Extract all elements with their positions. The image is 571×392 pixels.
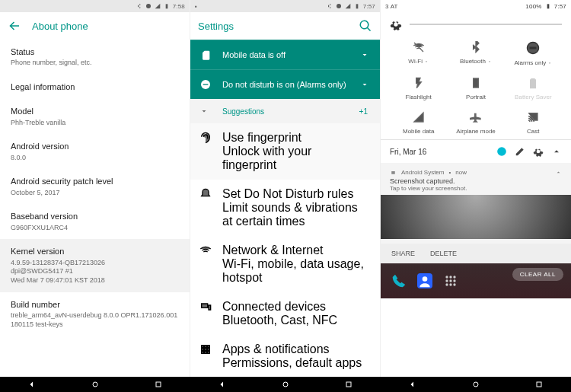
item-title: Use fingerprint [222, 131, 368, 145]
notification-card[interactable]: Android System • now Screenshot captured… [381, 163, 571, 244]
notif-subtitle: Tap to view your screenshot. [390, 185, 562, 192]
brightness-slider[interactable] [390, 18, 562, 30]
qs-tile-flashlight[interactable]: Flashlight [390, 77, 447, 100]
search-icon[interactable] [359, 19, 372, 33]
app-drawer-icon[interactable] [443, 273, 458, 288]
suggestions-label: Suggestions [222, 107, 349, 116]
bluetooth-icon [136, 3, 142, 9]
wifi-off-icon [413, 41, 425, 53]
svg-point-17 [453, 283, 455, 285]
user-icon[interactable] [496, 146, 507, 157]
qs-tile-cast[interactable]: Cast [505, 111, 562, 135]
about-item[interactable]: Baseband versionG960FXXU1ARC4 [0, 204, 190, 239]
item-title: Android version [11, 141, 179, 151]
gear-icon[interactable] [390, 18, 402, 30]
about-item[interactable]: Kernel version4.9.59-13128374-QB17213026… [0, 239, 190, 292]
item-subtitle: October 5, 2017 [11, 189, 179, 198]
settings-screen: ▪ 7:57 Settings Mobile data is off Do no… [190, 0, 381, 377]
back-nav-icon[interactable] [408, 380, 417, 389]
svg-point-7 [497, 147, 506, 156]
settings-item[interactable]: Apps & notificationsPermissions, default… [190, 335, 380, 377]
tile-label: Flashlight [406, 94, 432, 100]
about-item[interactable]: Android security patch levelOctober 5, 2… [0, 169, 190, 204]
phone-app-icon[interactable] [391, 273, 407, 288]
cast-icon [527, 111, 539, 123]
status-bar: 3 AT 100% 7:57 [381, 0, 571, 12]
tile-label: Bluetooth [460, 58, 492, 65]
qs-tile-portrait[interactable]: Portrait [447, 77, 504, 100]
tile-label: Mobile data [403, 128, 434, 135]
dnd-on-icon [526, 41, 540, 55]
suggestions-header[interactable]: Suggestions +1 [190, 99, 380, 123]
brightness-track[interactable] [410, 24, 562, 25]
chevron-down-icon [360, 80, 369, 89]
status-time: 7:58 [173, 3, 185, 10]
suggestions-badge: +1 [359, 107, 368, 116]
notif-app-name: Android System [401, 169, 444, 176]
chevron-down-icon [487, 59, 492, 64]
warning-dnd[interactable]: Do not disturb is on (Alarms only) [190, 69, 380, 99]
chevron-up-icon[interactable] [551, 146, 562, 157]
svg-point-15 [445, 283, 448, 285]
qs-tile-bluetooth[interactable]: Bluetooth [447, 41, 504, 66]
chevron-up-icon[interactable] [555, 169, 562, 176]
settings-item[interactable]: Network & InternetWi-Fi, mobile, data us… [190, 236, 380, 292]
dnd-icon [145, 3, 152, 9]
item-subtitle: 4.9.59-13128374-QB17213026 dpi@SWDG5417 … [11, 259, 179, 285]
settings-item[interactable]: Connected devicesBluetooth, Cast, NFC [190, 292, 380, 335]
item-subtitle: Bluetooth, Cast, NFC [222, 314, 368, 327]
item-title: Kernel version [11, 246, 179, 257]
chevron-down-icon [424, 59, 429, 64]
item-subtitle: treble_arm64_avN-userdebug 8.0.0 OPR1.17… [11, 311, 179, 329]
clear-all-button[interactable]: CLEAR ALL [512, 268, 563, 281]
qs-grid: Wi-Fi Bluetooth Alarms only Flashlight P… [390, 41, 562, 135]
home-screen-strip: CLEAR ALL [381, 263, 571, 298]
qs-tile-alarms-only[interactable]: Alarms only [505, 41, 562, 66]
svg-point-22 [474, 382, 478, 387]
tile-label: Alarms only [514, 59, 552, 66]
delete-button[interactable]: DELETE [430, 250, 457, 257]
chevron-down-icon [547, 61, 552, 65]
svg-rect-5 [203, 84, 209, 84]
share-button[interactable]: SHARE [391, 250, 415, 257]
about-item[interactable]: StatusPhone number, signal, etc. [0, 40, 190, 75]
home-nav-icon[interactable] [281, 380, 290, 389]
edit-icon[interactable] [515, 146, 525, 157]
back-nav-icon[interactable] [218, 380, 227, 389]
svg-point-2 [337, 4, 341, 8]
back-icon[interactable] [8, 19, 21, 33]
about-item[interactable]: ModelPhh-Treble vanilla [0, 99, 190, 134]
flash-icon [413, 77, 425, 89]
notif-screenshot-preview[interactable] [381, 195, 571, 239]
dnd-icon [336, 3, 342, 9]
recent-nav-icon[interactable] [534, 380, 544, 389]
svg-point-16 [449, 283, 451, 285]
recent-nav-icon[interactable] [344, 380, 353, 389]
item-title: Android security patch level [11, 176, 179, 186]
svg-point-12 [445, 279, 448, 282]
home-nav-icon[interactable] [471, 380, 480, 389]
quick-settings-screen: 3 AT 100% 7:57 Wi-Fi Bluetooth Alarms on… [381, 0, 571, 377]
back-nav-icon[interactable] [27, 380, 37, 389]
qs-tile-airplane-mode[interactable]: Airplane mode [447, 111, 504, 135]
item-subtitle: Wi-Fi, mobile, data usage, hotspot [222, 257, 368, 285]
status-bar: ▪ 7:57 [190, 0, 380, 12]
recent-nav-icon[interactable] [154, 380, 163, 389]
gear-icon[interactable] [533, 146, 544, 157]
item-title: Build number [11, 299, 179, 310]
about-item[interactable]: Legal information [0, 75, 190, 99]
settings-item[interactable]: Set Do Not Disturb rulesLimit sounds & v… [190, 180, 380, 236]
svg-point-9 [445, 276, 448, 278]
qs-tile-wi-fi[interactable]: Wi-Fi [390, 41, 447, 66]
settings-item[interactable]: Use fingerprintUnlock with your fingerpr… [190, 123, 380, 180]
qs-tile-battery-saver[interactable]: Battery Saver [505, 77, 562, 100]
item-title: Connected devices [222, 300, 368, 314]
home-nav-icon[interactable] [91, 380, 100, 389]
about-item[interactable]: Build numbertreble_arm64_avN-userdebug 8… [0, 292, 190, 336]
screen-title: About phone [32, 21, 182, 32]
warning-mobile-data[interactable]: Mobile data is off [190, 40, 380, 69]
battery-pct: 100% [525, 3, 541, 10]
contacts-app-icon[interactable] [417, 273, 432, 288]
qs-tile-mobile-data[interactable]: Mobile data [390, 111, 447, 135]
about-item[interactable]: Android version8.0.0 [0, 134, 190, 169]
